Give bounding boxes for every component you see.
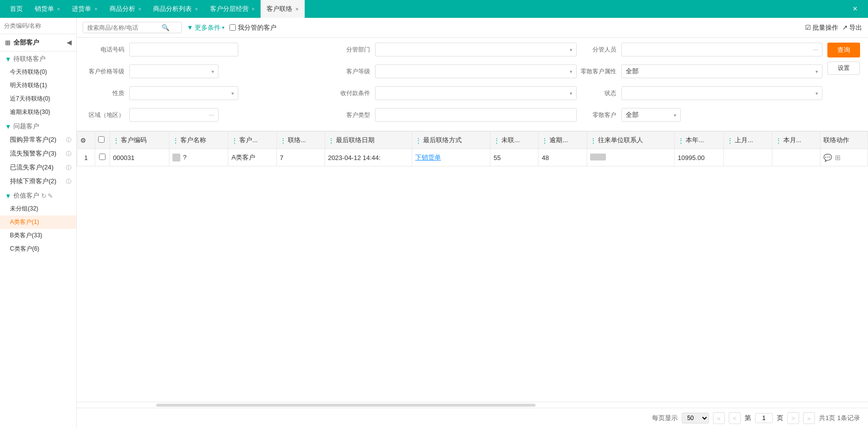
th-contact-person[interactable]: ⋮ 往来单位联系人 xyxy=(587,132,674,149)
sidebar-item-ungrouped[interactable]: 未分组(32) xyxy=(0,202,76,215)
td-checkbox xyxy=(95,149,110,166)
more-conditions-button[interactable]: ▼ 更多条件 ▾ xyxy=(187,23,224,32)
sidebar-item-class-b[interactable]: B类客户(33) xyxy=(0,229,76,242)
page-input[interactable] xyxy=(755,413,773,423)
th-type[interactable]: ⋮ 客户... xyxy=(228,132,276,149)
dots-icon-2: ··· xyxy=(209,111,214,118)
sidebar-all-customers[interactable]: ⊞ 全部客户 ◀ xyxy=(0,34,76,52)
search-submit-icon[interactable]: 🔍 xyxy=(162,24,169,31)
close-window-button[interactable]: × xyxy=(846,0,864,18)
batch-operation-button[interactable]: ☑ 批量操作 xyxy=(805,23,838,32)
filter-cell-retail: 零散客户 全部 ▾ xyxy=(577,108,822,122)
collapse-sidebar-icon[interactable]: ◀ xyxy=(67,39,71,46)
chevron-down-icon-6: ▾ xyxy=(570,91,572,96)
filter-input-customer-level[interactable]: ▾ xyxy=(375,64,576,78)
close-customer-contact-icon[interactable]: × xyxy=(295,6,298,12)
th-contact[interactable]: ⋮ 联络... xyxy=(276,132,325,149)
sidebar-search-input[interactable] xyxy=(4,22,77,29)
export-button[interactable]: ↗ 导出 xyxy=(842,23,862,32)
th-settings[interactable]: ⚙ xyxy=(77,132,95,149)
close-customer-tier-icon[interactable]: × xyxy=(252,6,255,12)
total-info: 共1页 1条记录 xyxy=(819,414,860,423)
my-customers-checkbox[interactable]: 我分管的客户 xyxy=(229,23,276,32)
refresh-icon[interactable]: ↻ xyxy=(41,192,47,200)
sidebar-item-7days[interactable]: 近7天待联络(0) xyxy=(0,92,76,106)
sort-icon-date: ⋮ xyxy=(328,137,334,144)
page-size-select[interactable]: 50 20 100 xyxy=(682,413,709,424)
th-this-year[interactable]: ⋮ 本年... xyxy=(675,132,724,149)
chevron-down-icon-3: ▾ xyxy=(570,69,572,74)
chevron-down-icon-7: ▾ xyxy=(815,91,818,96)
pagination: 每页显示 50 20 100 « < 第 页 > » 共1页 1条记录 xyxy=(77,408,868,428)
my-customers-check[interactable] xyxy=(229,24,236,31)
filter-input-price-level[interactable]: ▾ xyxy=(129,64,218,78)
close-product-analysis-icon[interactable]: × xyxy=(138,6,141,12)
chevron-down-icon-8: ▾ xyxy=(674,112,676,118)
column-settings-icon[interactable]: ⚙ xyxy=(80,137,86,144)
nav-sales-order[interactable]: 销货单 × xyxy=(29,0,66,18)
th-name[interactable]: ⋮ 客户名称 xyxy=(169,132,228,149)
arrow-down-icon-3: ▼ xyxy=(5,192,11,200)
sidebar-item-churn-warning[interactable]: 流失预警客户(3) ⓘ xyxy=(0,147,76,160)
grid-icon: ⊞ xyxy=(5,39,10,47)
nav-product-analysis[interactable]: 商品分析 × xyxy=(104,0,147,18)
search-input[interactable] xyxy=(87,24,162,31)
last-page-button[interactable]: » xyxy=(803,412,815,424)
sidebar-item-tomorrow[interactable]: 明天待联络(1) xyxy=(0,79,76,92)
filter-input-payment[interactable]: ▾ xyxy=(375,86,576,100)
td-last-method: 下销货单 xyxy=(412,149,490,166)
td-not-contacted: 55 xyxy=(490,149,539,166)
info-icon-3: ⓘ xyxy=(66,164,71,171)
qr-action-icon[interactable]: ⊞ xyxy=(835,154,841,161)
close-purchase-order-icon[interactable]: × xyxy=(94,6,97,12)
select-all-checkbox[interactable] xyxy=(98,136,105,143)
edit-icon[interactable]: ✎ xyxy=(48,192,53,200)
chevron-down-icon-5: ▾ xyxy=(231,91,234,96)
filter-input-phone[interactable] xyxy=(129,43,238,56)
nav-customer-tier[interactable]: 客户分层经营 × xyxy=(204,0,261,18)
row-checkbox[interactable] xyxy=(99,154,106,160)
settings-button[interactable]: 设置 xyxy=(827,61,860,75)
th-not-contacted[interactable]: ⋮ 未联... xyxy=(490,132,539,149)
nav-purchase-order[interactable]: 进货单 × xyxy=(66,0,103,18)
horizontal-scrollbar[interactable] xyxy=(156,404,536,407)
td-contact: 7 xyxy=(276,149,325,166)
close-product-analysis-list-icon[interactable]: × xyxy=(195,6,198,12)
nav-product-analysis-list[interactable]: 商品分析列表 × xyxy=(147,0,204,18)
filter-input-nature[interactable]: ▾ xyxy=(129,86,238,100)
sidebar-item-class-c[interactable]: C类客户(6) xyxy=(0,242,76,256)
sidebar-item-churned[interactable]: 已流失客户(24) ⓘ xyxy=(0,160,76,174)
filter-input-retail-attr[interactable]: 全部 ▾ xyxy=(621,64,822,78)
query-button[interactable]: 查询 xyxy=(827,43,860,57)
chat-action-icon[interactable]: 💬 xyxy=(823,154,832,161)
nav-customer-contact[interactable]: 客户联络 × xyxy=(261,0,304,18)
th-last-month[interactable]: ⋮ 上月... xyxy=(724,132,772,149)
th-last-method[interactable]: ⋮ 最后联络方式 xyxy=(412,132,490,149)
th-code[interactable]: ⋮ 客户编码 xyxy=(110,132,169,149)
sidebar-item-overdue[interactable]: 逾期未联络(30) xyxy=(0,106,76,119)
filter-input-person[interactable]: ··· xyxy=(621,43,822,56)
filter-input-customer-type[interactable] xyxy=(375,108,576,122)
first-page-button[interactable]: « xyxy=(713,412,725,424)
sidebar-item-hoarding[interactable]: 囤购异常客户(2) ⓘ xyxy=(0,133,76,147)
filter-input-status[interactable]: ▾ xyxy=(621,86,822,100)
filter-input-retail[interactable]: 全部 ▾ xyxy=(621,108,681,122)
filter-cell-payment: 收付款条件 ▾ xyxy=(330,86,576,100)
nav-home[interactable]: 首页 xyxy=(4,0,29,18)
filter-input-region[interactable]: ··· xyxy=(129,108,218,122)
th-overdue[interactable]: ⋮ 逾期... xyxy=(539,132,587,149)
search-box[interactable]: 🔍 xyxy=(83,22,182,33)
next-page-button[interactable]: > xyxy=(787,412,799,424)
sidebar-item-declining[interactable]: 持续下滑客户(2) ⓘ xyxy=(0,174,76,188)
prev-page-button[interactable]: < xyxy=(729,412,741,424)
scrollbar-container[interactable] xyxy=(77,402,868,408)
sidebar-item-today[interactable]: 今天待联络(0) xyxy=(0,65,76,79)
th-this-month[interactable]: ⋮ 本月... xyxy=(772,132,820,149)
th-last-date[interactable]: ⋮ 最后联络日期 xyxy=(325,132,412,149)
td-code: 000031 xyxy=(110,149,169,166)
sidebar-item-class-a[interactable]: A类客户(1) xyxy=(0,215,76,229)
filter-input-dept[interactable]: ▾ xyxy=(375,43,576,56)
last-method-link[interactable]: 下销货单 xyxy=(415,154,441,161)
content-area: 🔍 ▼ 更多条件 ▾ 我分管的客户 ☑ 批量操作 ↗ 导出 xyxy=(77,18,868,428)
close-sales-order-icon[interactable]: × xyxy=(57,6,60,12)
